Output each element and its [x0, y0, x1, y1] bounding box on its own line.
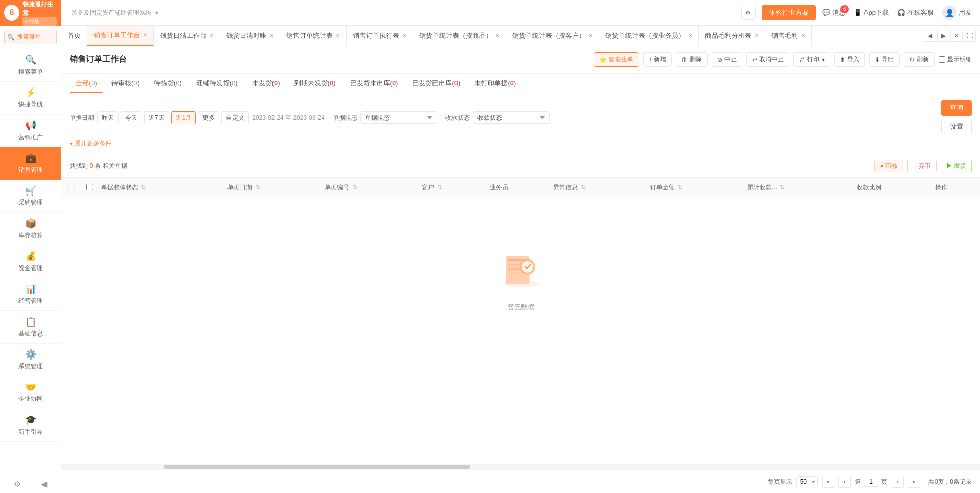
nav-icon-basic: 📋 — [25, 316, 36, 327]
tab-close-sales-stat[interactable]: ✕ — [336, 33, 340, 38]
sub-tab-wangpu-ship[interactable]: 旺铺待发货(0) — [190, 75, 244, 93]
sub-tab-all[interactable]: 全部(0) — [70, 75, 103, 93]
payment-select[interactable]: 收款状态 — [473, 111, 550, 124]
search-menu-button[interactable]: 🔍 搜索菜单 — [4, 30, 57, 44]
tab-close-gross-margin[interactable]: ✕ — [755, 33, 759, 38]
ship-button[interactable]: ▶ 发货 — [941, 160, 972, 172]
query-button[interactable]: 查询 — [941, 100, 972, 116]
sub-tab-pending-audit[interactable]: 待审核(0) — [105, 75, 146, 93]
per-page-label: 每页显示 — [768, 478, 792, 486]
sidebar-item-sales[interactable]: 💼销售管理 — [0, 147, 61, 180]
app-download-button[interactable]: 📱 App下载 — [854, 8, 889, 17]
tab-close-sales-stat-staff[interactable]: ✕ — [688, 33, 692, 38]
date-option-today[interactable]: 今天 — [121, 111, 142, 124]
per-page-select[interactable]: 50 — [796, 476, 818, 487]
tab-label-sales-stat: 销售订单统计表 — [286, 31, 333, 40]
online-service-button[interactable]: 🎧 在线客服 — [897, 8, 934, 17]
sub-tab-pending-pick[interactable]: 待拣货(0) — [148, 75, 188, 93]
sidebar-item-finance[interactable]: 💰资金管理 — [0, 245, 61, 278]
tab-close-sales-workbench[interactable]: ✕ — [143, 32, 147, 38]
tab-gross-margin[interactable]: 商品毛利分析表✕ — [699, 26, 765, 46]
tab-sales-profit[interactable]: 销售毛利✕ — [765, 26, 812, 46]
user-menu-button[interactable]: 👤 用友 — [942, 6, 972, 20]
add-button[interactable]: + 新增 — [643, 52, 672, 67]
date-option-1month[interactable]: 近1月 — [171, 111, 196, 124]
filter-query-actions: 查询 设置 — [941, 100, 972, 135]
set-button[interactable]: 设置 — [941, 119, 972, 135]
tab-sales-stat-customer[interactable]: 销货单统计表（按客户）✕ — [506, 26, 599, 46]
tab-close-sales-stat-customer[interactable]: ✕ — [588, 33, 592, 38]
sidebar-item-search[interactable]: 🔍搜索菜单 — [0, 49, 61, 82]
horizontal-scrollbar[interactable] — [61, 464, 980, 470]
cancel-suspend-button[interactable]: ↩ 取消中止 — [746, 52, 789, 67]
print-button[interactable]: 🖨 打印 ▾ — [793, 52, 830, 67]
date-options: 昨天今天近7天近1月更多自定义 — [97, 111, 249, 124]
tab-next-button[interactable]: ▶ — [937, 30, 949, 42]
sidebar-item-system[interactable]: ⚙️系统管理 — [0, 344, 61, 376]
date-option-more[interactable]: 更多 — [198, 111, 219, 124]
scrollbar-thumb[interactable] — [164, 465, 470, 469]
sidebar-item-guide[interactable]: 🎓新手引导 — [0, 409, 61, 442]
sidebar-item-quick-nav[interactable]: ⚡快捷导航 — [0, 82, 61, 115]
tab-sales-stat-product[interactable]: 销货单统计表（按商品）✕ — [413, 26, 506, 46]
collapse-icon[interactable]: ◀ — [41, 479, 47, 489]
count-value: 0 — [89, 162, 93, 169]
page-input[interactable] — [863, 477, 879, 487]
sub-tab-unprinted[interactable]: 未打印单据(0) — [468, 75, 522, 93]
delete-icon: 🗑 — [681, 56, 688, 63]
tab-cash-daily[interactable]: 钱货日清工作台✕ — [154, 26, 220, 46]
settings-gear-icon[interactable]: ⚙ — [741, 6, 756, 20]
date-option-7days[interactable]: 近7天 — [144, 111, 169, 124]
sub-tab-label-expired-unship: 到期未发货(0) — [294, 79, 336, 87]
tab-sales-exec[interactable]: 销售订单执行表✕ — [347, 26, 413, 46]
tab-cash-reconcile[interactable]: 钱货日清对账✕ — [220, 26, 280, 46]
sidebar-item-inventory[interactable]: 📦库存核算 — [0, 213, 61, 245]
industry-solution-button[interactable]: 体验行业方案 — [762, 5, 816, 20]
tab-close-cash-reconcile[interactable]: ✕ — [269, 33, 274, 38]
message-button[interactable]: 💬 消息 6 — [822, 8, 846, 17]
tab-sales-stat-staff[interactable]: 销货单统计表（按业务员）✕ — [599, 26, 699, 46]
date-option-yesterday[interactable]: 昨天 — [97, 111, 119, 124]
tab-close-sales-profit[interactable]: ✕ — [801, 33, 805, 38]
tab-sales-stat[interactable]: 销售订单统计表✕ — [280, 26, 347, 46]
tab-sales-workbench[interactable]: 销售订单工作台✕ — [87, 26, 154, 46]
show-detail-label[interactable]: 显示明细 — [939, 55, 972, 64]
ai-generate-button[interactable]: ⭐ 智能生单 — [594, 52, 639, 67]
sidebar-item-marketing[interactable]: 📢营销推广 — [0, 115, 61, 147]
tab-close-cash-daily[interactable]: ✕ — [210, 33, 214, 38]
next-page-button[interactable]: › — [892, 476, 904, 488]
last-page-button[interactable]: » — [908, 476, 920, 488]
select-all-checkbox[interactable] — [86, 184, 93, 190]
data-table: ⋮⋮ 单据整体状态 ⇅ 单据日期 ⇅ 单据编号 ⇅ 客户 ⇅ 业务员 异常信息 … — [61, 178, 980, 358]
tab-close-sales-exec[interactable]: ✕ — [402, 33, 406, 38]
tab-home[interactable]: 首页 — [61, 26, 87, 46]
delete-button[interactable]: 🗑 删除 — [676, 52, 708, 67]
refresh-button[interactable]: ↻ 刷新 — [904, 52, 935, 67]
suspend-button[interactable]: ⊘ 中止 — [712, 52, 742, 67]
tab-maximize-button[interactable]: ⛶ — [964, 30, 976, 42]
sidebar-item-operation[interactable]: 📊经营管理 — [0, 278, 61, 311]
sidebar-item-purchase[interactable]: 🛒采购管理 — [0, 180, 61, 213]
settings-icon[interactable]: ⚙ — [14, 479, 21, 489]
first-page-button[interactable]: « — [822, 476, 834, 488]
date-option-custom[interactable]: 自定义 — [221, 111, 249, 124]
table-count: 共找到 0 条 相关单据 — [70, 162, 127, 170]
audit-button[interactable]: ● 审核 — [874, 160, 903, 172]
tab-close-all-button[interactable]: ✕ — [950, 30, 963, 42]
show-detail-checkbox[interactable] — [939, 56, 945, 63]
sub-tab-shipped-not-out[interactable]: 已发货未出库(0) — [344, 75, 404, 93]
export-button[interactable]: ⬇ 导出 — [869, 52, 900, 67]
tab-close-sales-stat-product[interactable]: ✕ — [495, 33, 499, 38]
sidebar-item-basic[interactable]: 📋基础信息 — [0, 311, 61, 344]
sidebar-item-enterprise[interactable]: 🤝企业协同 — [0, 376, 61, 409]
cancel-audit-button[interactable]: ○ 弃审 — [907, 160, 937, 172]
prev-page-button[interactable]: ‹ — [838, 476, 851, 488]
expand-filter-button[interactable]: ▾ 展开更多条件 — [70, 139, 111, 148]
import-button[interactable]: ⬆ 导入 — [834, 52, 865, 67]
tab-prev-button[interactable]: ◀ — [924, 30, 936, 42]
print-dropdown-icon: ▾ — [822, 56, 825, 63]
sub-tab-unshipped[interactable]: 未发货(0) — [246, 75, 286, 93]
sub-tab-shipped-out[interactable]: 已发货已出库(0) — [406, 75, 466, 93]
sub-tab-expired-unship[interactable]: 到期未发货(0) — [288, 75, 342, 93]
status-select[interactable]: 单据状态 — [360, 111, 437, 124]
